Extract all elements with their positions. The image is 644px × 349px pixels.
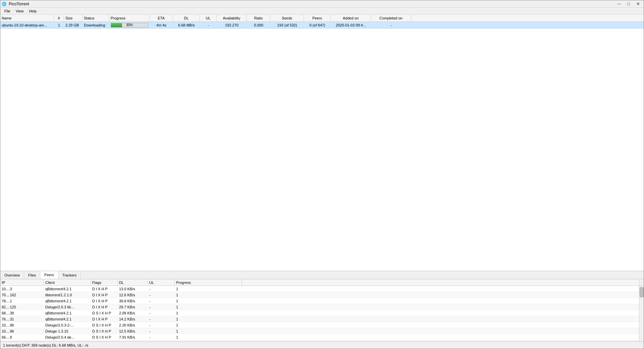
peer-row[interactable]: 66....9 Deluge/2.0.4.de... D S I X H P 7…: [0, 334, 639, 340]
peer-dl: 14.2 KB/s: [118, 316, 148, 322]
tab-overview[interactable]: Overview: [0, 271, 24, 279]
tab-peers[interactable]: Peers: [40, 271, 58, 279]
torrent-seeds: 193 (of 532): [270, 22, 304, 28]
torrent-list-container: Name # Size Status Progress ETA DL UL Av…: [0, 14, 644, 271]
peer-client: Deluge/2.0.3-2-...: [44, 322, 91, 328]
torrent-row[interactable]: ubuntu-19.10-desktop-am... 1 2.29 GB Dow…: [0, 22, 644, 29]
peers-col-client[interactable]: Client: [44, 279, 91, 286]
peer-dl: 29.7 KB/s: [118, 304, 148, 310]
peer-dl: 12.5 KB/s: [118, 328, 148, 334]
torrent-eta: 4m 4s: [150, 22, 173, 28]
peer-row[interactable]: 10....3 qBittorrent/4.2.1 D I X H P 13.0…: [0, 286, 639, 292]
peer-client: qBittorrent/4.2.1: [44, 310, 91, 316]
peers-col-progress[interactable]: Progress: [175, 279, 242, 286]
peer-ip: 78....1: [0, 298, 44, 304]
minimize-button[interactable]: ─: [615, 1, 624, 7]
col-header-ul[interactable]: UL: [200, 14, 217, 21]
peers-body: 10....3 qBittorrent/4.2.1 D I X H P 13.0…: [0, 286, 639, 341]
peer-flags: D S I X H P: [91, 310, 118, 316]
col-header-size[interactable]: Size: [64, 14, 83, 21]
peer-dl: 7.91 KB/s: [118, 334, 148, 340]
torrent-size: 2.29 GB: [64, 22, 83, 28]
peer-row[interactable]: 10....96 Deluge 1.3.15 D S I X H P 12.5 …: [0, 328, 639, 334]
menu-file[interactable]: File: [2, 8, 13, 14]
peer-dl: 39.8 KB/s: [118, 298, 148, 304]
torrent-status: Downloading: [83, 22, 109, 28]
peer-ip: 66....9: [0, 334, 44, 340]
peer-client: qBittorrent/4.2.1: [44, 316, 91, 322]
peer-progress: 1: [175, 304, 242, 310]
col-header-hash[interactable]: #: [54, 14, 64, 21]
bottom-panel: Overview Files Peers Trackers IP Client …: [0, 271, 644, 341]
close-button[interactable]: ✕: [634, 1, 642, 7]
torrent-hash: 1: [54, 22, 64, 28]
col-header-peers[interactable]: Peers: [304, 14, 331, 21]
menu-view[interactable]: View: [13, 8, 26, 14]
peers-col-spacer: [242, 279, 639, 286]
col-header-dl[interactable]: DL: [173, 14, 200, 21]
peer-progress: 1: [175, 316, 242, 322]
peer-dl: 2.20 KB/s: [118, 322, 148, 328]
maximize-button[interactable]: □: [624, 1, 633, 7]
col-header-eta[interactable]: ETA: [150, 14, 173, 21]
peer-progress: 1: [175, 310, 242, 316]
peer-row[interactable]: 10....96 Deluge/2.0.3-2-... D S I X H P …: [0, 322, 639, 328]
progress-bar-text: 30%: [111, 23, 148, 27]
col-header-progress[interactable]: Progress: [109, 14, 150, 21]
peers-col-flags[interactable]: Flags: [91, 279, 118, 286]
peer-ip: 70....162: [0, 292, 44, 298]
peer-flags: D I X H P: [91, 298, 118, 304]
peers-scroll-thumb[interactable]: [640, 287, 644, 297]
peer-dl: 2.09 KB/s: [118, 310, 148, 316]
peer-progress: 1: [175, 322, 242, 328]
col-header-added[interactable]: Added on: [331, 14, 371, 21]
peer-row[interactable]: 70....162 libtorrent/1.2.1.0 D I X H P 1…: [0, 292, 639, 298]
peer-ul: -: [148, 298, 175, 304]
torrent-ul: -: [200, 22, 217, 28]
peer-row[interactable]: 68....39 qBittorrent/4.2.1 D S I X H P 2…: [0, 310, 639, 316]
peer-ul: -: [148, 322, 175, 328]
peer-flags: D I X H P: [91, 304, 118, 310]
peers-column-headers: IP Client Flags DL UL Progress: [0, 279, 644, 286]
torrent-progress-cell: 30%: [109, 22, 150, 28]
peers-col-ul[interactable]: UL: [148, 279, 175, 286]
status-bar: 1 torrent(s) DHT: 369 node(s) DL: 6.68 M…: [0, 341, 644, 349]
peer-client: Deluge 1.3.15: [44, 328, 91, 334]
peer-client: Deluge/2.0.3 lib...: [44, 304, 91, 310]
col-header-availability[interactable]: Availability: [217, 14, 247, 21]
col-header-name[interactable]: Name: [0, 14, 54, 21]
peer-progress: 1: [175, 286, 242, 292]
tab-files[interactable]: Files: [24, 271, 40, 279]
peer-ul: -: [148, 328, 175, 334]
peers-scrollbar-header: [639, 279, 644, 286]
peer-row[interactable]: 78....1 qBittorrent/4.2.1 D I X H P 39.8…: [0, 298, 639, 304]
peers-col-dl[interactable]: DL: [118, 279, 148, 286]
peer-ip: 10....96: [0, 322, 44, 328]
app-icon: 🌐: [2, 2, 7, 6]
peers-col-ip[interactable]: IP: [0, 279, 44, 286]
peers-scrollbar[interactable]: [639, 286, 644, 341]
peer-flags: D S I X H P: [91, 328, 118, 334]
menu-help[interactable]: Help: [26, 8, 39, 14]
peer-progress: 1: [175, 298, 242, 304]
peer-flags: D I X H P: [91, 316, 118, 322]
peer-ip: 68....39: [0, 310, 44, 316]
col-header-ratio[interactable]: Ratio: [247, 14, 270, 21]
peer-ip: 10....3: [0, 286, 44, 292]
peer-ul: -: [148, 286, 175, 292]
col-header-seeds[interactable]: Seeds: [270, 14, 304, 21]
torrent-ratio: 0.000: [247, 22, 270, 28]
peer-row[interactable]: 76....31 qBittorrent/4.2.1 D I X H P 14.…: [0, 316, 639, 322]
col-header-status[interactable]: Status: [83, 14, 109, 21]
tab-trackers[interactable]: Trackers: [58, 271, 81, 279]
peer-flags: D S I X H P: [91, 322, 118, 328]
tab-bar: Overview Files Peers Trackers: [0, 271, 644, 279]
peers-container: IP Client Flags DL UL Progress 10....3 q…: [0, 279, 644, 341]
peer-ul: -: [148, 316, 175, 322]
peer-progress: 1: [175, 292, 242, 298]
torrent-dl: 6.68 MB/s: [173, 22, 200, 28]
peer-row[interactable]: 82....125 Deluge/2.0.3 lib... D I X H P …: [0, 304, 639, 310]
torrent-added: 2020-01-03 09:4...: [331, 22, 371, 28]
torrent-list-empty-area: [0, 29, 644, 271]
col-header-completed[interactable]: Completed on: [371, 14, 411, 21]
